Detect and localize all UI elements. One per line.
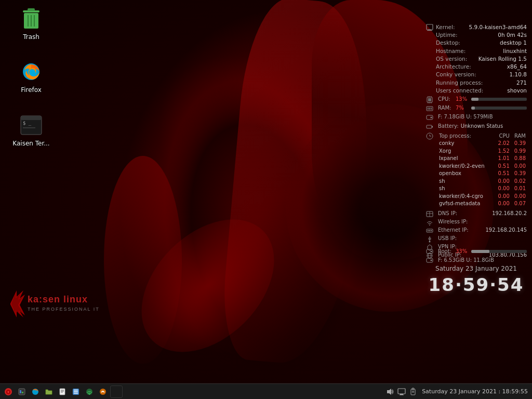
svg-text:$ _: $ _ [23,121,32,126]
trash-icon[interactable]: Trash [10,4,52,43]
conky-sysinfo: Kernel: 5.9.0-kaisen3-amd64 Uptime: 0h 0… [425,23,527,95]
taskbar-taskmanager-button[interactable] [16,385,28,398]
svg-point-43 [429,241,431,242]
taskbar-network-button[interactable] [83,385,96,398]
svg-text:THE PROFESSIONAL IT: THE PROFESSIONAL IT [28,307,100,312]
conky-ram-icon [425,105,434,112]
conky-dns-row: DNS IP: 192.168.20.2 [425,210,527,218]
svg-rect-41 [431,230,432,231]
conky-cpu-bar [471,98,527,101]
svg-rect-18 [428,98,431,101]
conky-processes-icon [425,132,434,140]
conky-ram-bar [471,107,527,110]
conky-time: 18·59·54 [425,274,527,295]
taskbar-update-button[interactable] [97,385,109,398]
conky-ethernet-content: Ethernet IP: 192.168.20.145 [438,227,527,234]
tray-clipboard-icon[interactable] [408,387,418,396]
svg-rect-27 [429,108,430,110]
svg-rect-31 [427,125,432,128]
svg-rect-56 [60,389,65,395]
processes-table: Top process: CPU RAM conky2.020.39Xorg1.… [438,132,527,208]
conky-cpu-row: CPU: 13% [425,96,527,103]
svg-text:ka:sen linux: ka:sen linux [28,294,88,304]
svg-rect-1 [28,8,35,11]
svg-point-37 [429,224,430,225]
kaisen-logo: ka:sen linux THE PROFESSIONAL IT [8,288,107,321]
taskbar-settings-button[interactable] [70,385,82,398]
svg-rect-62 [74,391,78,392]
conky-root-bar [471,250,527,253]
conky-battery-icon [425,123,434,130]
svg-rect-28 [431,108,432,110]
taskbar-dark-button[interactable] [110,385,123,398]
svg-rect-32 [432,126,433,127]
conky-top-processes: Top process: CPU RAM conky2.020.39Xorg1.… [425,132,527,208]
taskbar-right: Saturday 23 January 2021 : 18:59:55 [381,387,532,396]
conky-wireless-row: Wireless IP: [425,218,527,226]
conky-root-icon [425,248,434,255]
firefox-icon[interactable]: Firefox [10,57,52,96]
conky-usb-row: USB IP: [425,235,527,243]
svg-rect-70 [400,394,404,395]
conky-clock: Saturday 23 January 2021 18·59·54 [425,265,527,295]
svg-rect-9 [21,116,42,120]
svg-rect-53 [20,390,21,393]
conky-ram-row: RAM: 7% [425,104,527,112]
svg-rect-61 [74,390,78,391]
tray-volume-icon[interactable] [385,387,395,396]
trash-label: Trash [23,33,39,41]
taskbar-menu-button[interactable] [2,385,15,398]
conky-root-bar-row: Root: 33% [425,247,527,255]
conky-dns-content: DNS IP: 192.168.20.2 [438,210,527,218]
taskbar-editor-button[interactable] [56,385,69,398]
svg-point-65 [89,394,90,395]
svg-point-30 [431,116,432,118]
conky-date: Saturday 23 January 2021 [425,265,527,272]
firefox-icon-image [19,59,44,84]
taskbar: Saturday 23 January 2021 : 18:59:55 [0,383,532,399]
svg-rect-68 [398,389,405,394]
svg-rect-54 [22,392,23,393]
tray-screen-icon[interactable] [397,387,406,396]
conky-sysinfo-content: Kernel: 5.9.0-kaisen3-amd64 Uptime: 0h 0… [436,23,527,95]
conky-widget: Kernel: 5.9.0-kaisen3-amd64 Uptime: 0h 0… [425,23,527,260]
firefox-label: Firefox [21,86,42,94]
conky-ethernet-row: Ethernet IP: 192.168.20.145 [425,227,527,234]
svg-marker-67 [387,389,391,395]
svg-rect-14 [427,24,433,30]
terminal-label: Kaisen Ter... [12,140,49,147]
taskbar-datetime: Saturday 23 January 2021 : 18:59:55 [422,388,528,395]
conky-disk-f-icon [425,114,434,121]
taskbar-firefox-button[interactable] [29,385,42,398]
conky-wireless-content: Wireless IP: [438,218,527,226]
terminal-icon[interactable]: $ _ Kaisen Ter... [10,111,52,149]
svg-rect-63 [74,393,78,394]
conky-usb-content: USB IP: [438,235,527,243]
conky-ethernet-icon [425,227,434,234]
conky-wireless-icon [425,219,434,226]
conky-cpu-icon [425,96,434,103]
svg-point-48 [431,251,432,252]
conky-processes-table: Top process: CPU RAM conky2.020.39Xorg1.… [438,132,527,208]
svg-rect-16 [427,30,432,31]
conky-usb-icon [425,235,434,243]
svg-point-50 [431,260,432,261]
conky-dns-icon [425,210,434,218]
conky-root-disk-row: F: 6.53GiB U: 11.8GiB [425,256,527,264]
taskbar-files-button[interactable] [43,385,55,398]
trash-icon-image [19,6,44,31]
svg-rect-26 [428,108,429,110]
terminal-icon-image: $ _ [19,113,44,138]
conky-system-icon [425,24,434,31]
desktop: Trash Firefox $ _ Kaisen Ter... [0,0,532,383]
svg-rect-39 [428,230,429,231]
conky-battery-row: Battery: Unknown Status [425,123,527,130]
svg-rect-40 [429,230,430,231]
conky-disk-f-row: F: 7.18GiB U: 579MiB [425,113,527,121]
taskbar-left [0,385,125,398]
conky-root-disk: Root: 33% F: 6.53GiB U: 11.8GiB [425,247,527,264]
